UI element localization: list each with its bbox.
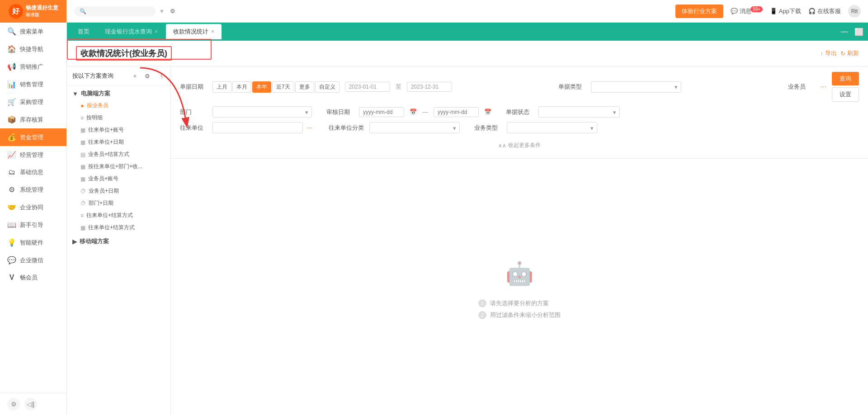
tab-bank-flow-close[interactable]: ×: [155, 28, 158, 35]
system-icon: ⚙: [7, 185, 16, 194]
scheme-label: 往来单位+日期: [88, 138, 124, 146]
sidebar-item-label: 采购管理: [20, 98, 43, 106]
date-btn-7days[interactable]: 近7天: [272, 81, 294, 93]
sidebar-item-member[interactable]: V 畅会员: [0, 269, 66, 286]
biz-type-select[interactable]: [507, 122, 597, 133]
step1-num: 1: [478, 299, 486, 307]
collapse-more-bar[interactable]: ∧∧ 收起更多条件: [180, 138, 859, 153]
review-date-from[interactable]: [359, 107, 404, 117]
salesperson-date-icon: ⏱: [80, 188, 86, 194]
topbar-right: 体验行业方案 💬 消息 99+ 📱 App下载 🎧 在线客服 Rit: [675, 5, 861, 18]
page-actions: ↑ 导出 ↻ 刷新: [821, 49, 859, 57]
scheme-salesperson-settlement[interactable]: ▤ 业务员+结算方式: [67, 148, 170, 160]
partner-account-icon: ▦: [80, 127, 85, 133]
sidebar-item-hardware[interactable]: 💡 智能硬件: [0, 234, 66, 251]
search-icon: 🔍: [7, 27, 16, 36]
filter-row-1: 单据日期 上月 本月 本年 近7天 更多 自定义 至 单据类型: [180, 72, 859, 102]
scheme-query-title: 按以下方案查询: [72, 72, 113, 80]
tab-collection-stats[interactable]: 收款情况统计 ×: [166, 24, 222, 39]
date-to-input[interactable]: [407, 82, 452, 92]
dropdown-arrow-icon[interactable]: ▾: [160, 7, 164, 15]
sidebar-item-marketing[interactable]: 📢 营销推广: [0, 58, 66, 75]
tree-collapse-icon: ▶: [72, 238, 77, 245]
sidebar-item-finance[interactable]: 💰 资金管理: [0, 128, 66, 146]
sidebar-item-system[interactable]: ⚙ 系统管理: [0, 181, 66, 198]
scheme-partner-account[interactable]: ▦ 往来单位+账号: [67, 124, 170, 136]
tab-bank-flow[interactable]: 现金银行流水查询 ×: [98, 24, 165, 39]
scheme-settings-btn[interactable]: ⚙: [142, 71, 152, 81]
tab-maximize-btn[interactable]: ⬜: [854, 26, 864, 37]
review-date-icon-to: 📅: [484, 108, 491, 115]
scheme-salesperson-date[interactable]: ⏱ 业务员+日期: [67, 185, 170, 197]
tab-home[interactable]: 首页: [71, 24, 97, 39]
date-btn-last-month[interactable]: 上月: [212, 81, 231, 93]
sidebar-item-inventory[interactable]: 📦 库存核算: [0, 111, 66, 128]
refresh-icon: ↻: [840, 50, 845, 57]
scheme-by-detail[interactable]: ≡ 按明细: [67, 112, 170, 124]
user-avatar[interactable]: Rit: [848, 5, 861, 18]
tab-collection-stats-close[interactable]: ×: [211, 28, 214, 35]
collapse-panel-btn[interactable]: 《: [155, 71, 165, 81]
app-download-item[interactable]: 📱 App下载: [770, 7, 801, 15]
topbar-search[interactable]: 🔍: [74, 6, 156, 16]
scheme-partner-settlement1[interactable]: ≡ 往来单位+结算方式: [67, 209, 170, 222]
page-header: 收款情况统计(按业务员) ↑ 导出 ↻ 刷新: [67, 41, 868, 66]
sidebar-item-basic[interactable]: 🗂 基础信息: [0, 164, 66, 181]
pc-section-header[interactable]: ▼ 电脑端方案: [67, 86, 170, 99]
main-area: 🔍 ▾ ⚙ 体验行业方案 💬 消息 99+ 📱 App下载 🎧 在线客服 Ri: [67, 0, 868, 415]
date-btn-this-month[interactable]: 本月: [232, 81, 251, 93]
search-topbar-icon: 🔍: [80, 8, 86, 14]
partner-more-btn[interactable]: ···: [305, 124, 314, 132]
add-scheme-btn[interactable]: ＋: [130, 71, 140, 81]
scheme-label: 部门+日期: [89, 199, 113, 207]
sidebar-item-label: 智能硬件: [20, 239, 43, 247]
scheme-salesperson-account[interactable]: ▦ 业务员+账号: [67, 173, 170, 185]
purchase-icon: 🛒: [7, 98, 16, 106]
scheme-dept-date[interactable]: ⏱ 部门+日期: [67, 197, 170, 209]
tab-minimize-btn[interactable]: —: [839, 26, 850, 37]
partner-date-icon: ▦: [80, 139, 85, 146]
date-btn-this-year[interactable]: 本年: [252, 81, 271, 93]
mobile-section-label: 移动端方案: [80, 237, 109, 245]
review-date-sep: —: [422, 108, 428, 115]
sidebar-item-quicknav[interactable]: 🏠 快捷导航: [0, 40, 66, 58]
settings-bottom-btn[interactable]: ⚙: [7, 398, 20, 410]
notification-item[interactable]: 💬 消息 99+: [731, 7, 763, 15]
sidebar-item-enterprise[interactable]: 🤝 企业协同: [0, 198, 66, 216]
scheme-partner-dept[interactable]: ▦ 按往来单位+部门+收...: [67, 160, 170, 173]
settings-filter-btn[interactable]: 设置: [832, 87, 859, 102]
doc-status-select[interactable]: [538, 106, 620, 118]
scheme-label: 按明细: [86, 114, 103, 122]
app-download-label: App下载: [779, 7, 801, 15]
review-date-to[interactable]: [434, 107, 479, 117]
settings-topbar-icon[interactable]: ⚙: [170, 8, 175, 14]
date-btn-custom[interactable]: 自定义: [315, 81, 340, 93]
business-icon: 📈: [7, 151, 16, 159]
sidebar-item-purchase[interactable]: 🛒 采购管理: [0, 93, 66, 111]
trial-btn[interactable]: 体验行业方案: [675, 5, 723, 18]
export-btn[interactable]: ↑ 导出: [821, 49, 837, 57]
sidebar-item-search[interactable]: 🔍 搜索菜单: [0, 23, 66, 40]
date-btn-more[interactable]: 更多: [295, 81, 314, 93]
dept-select[interactable]: [212, 106, 312, 118]
sidebar-item-business[interactable]: 📈 经营管理: [0, 146, 66, 164]
chevron-up-icon: ∧∧: [498, 142, 506, 149]
collapse-sidebar-btn[interactable]: ◁∥: [24, 398, 37, 410]
scheme-partner-date[interactable]: ▦ 往来单位+日期: [67, 136, 170, 148]
refresh-btn[interactable]: ↻ 刷新: [840, 49, 859, 57]
online-service-item[interactable]: 🎧 在线客服: [808, 7, 841, 15]
scheme-by-salesperson[interactable]: ● 按业务员: [67, 99, 170, 112]
partner-category-select[interactable]: [369, 122, 460, 133]
partner-input[interactable]: [212, 122, 303, 133]
sidebar-item-wechat[interactable]: 💬 企业微信: [0, 251, 66, 269]
sidebar-item-guide[interactable]: 📖 新手引导: [0, 216, 66, 234]
query-btn[interactable]: 查询: [832, 72, 859, 85]
sidebar-item-sales[interactable]: 📊 销售管理: [0, 75, 66, 93]
mobile-section-header[interactable]: ▶ 移动端方案: [67, 234, 170, 247]
date-from-input[interactable]: [345, 82, 390, 92]
empty-state-container: 🤖 1 请先选择要分析的方案 2 用过滤条件来缩小分析范围: [478, 253, 561, 321]
empty-step-1: 1 请先选择要分析的方案: [478, 297, 561, 309]
scheme-partner-settlement2[interactable]: ▦ 往来单位+结算方式: [67, 222, 170, 234]
salesperson-more-icon[interactable]: ···: [821, 83, 826, 91]
doc-type-select[interactable]: [591, 81, 681, 93]
